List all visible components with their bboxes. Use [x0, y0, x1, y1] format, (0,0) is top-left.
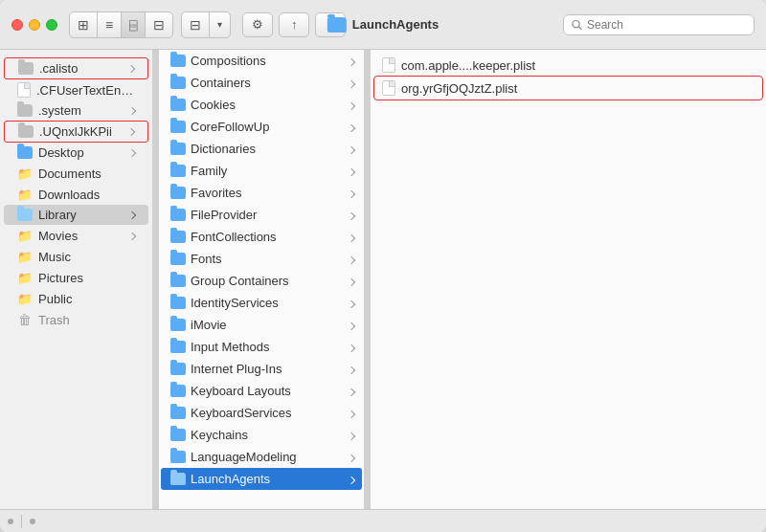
svg-line-1 — [579, 27, 581, 29]
sidebar-label-movies: Movies — [38, 229, 124, 243]
col-item-groupcontainers[interactable]: Group Containers — [161, 270, 362, 292]
sidebar-label-documents: Documents — [38, 166, 135, 181]
col-item-cookies[interactable]: Cookies — [161, 94, 362, 116]
window-title-area: LaunchAgents — [327, 17, 439, 33]
col-label-corefollowup: CoreFollowUp — [191, 120, 344, 134]
corefollowup-arrow — [349, 120, 354, 134]
fileprovider-icon — [170, 209, 186, 221]
uqnx-arrow — [128, 126, 134, 137]
traffic-lights — [11, 19, 57, 31]
title-folder-icon — [327, 17, 347, 33]
view-group-button[interactable]: ⊟ — [182, 12, 210, 37]
sidebar-label-trash: Trash — [38, 313, 135, 327]
internetplugins-arrow — [349, 362, 354, 376]
sidebar-item-public[interactable]: 📁 Public — [4, 288, 148, 309]
col-item-corefollowup[interactable]: CoreFollowUp — [161, 116, 362, 138]
col-label-fontcollections: FontCollections — [191, 230, 344, 244]
sidebar-item-movies[interactable]: 📁 Movies — [4, 225, 148, 246]
dictionaries-arrow — [349, 142, 354, 156]
cover-view-button[interactable]: ⊟ — [146, 12, 172, 37]
view-arrow-button[interactable]: ▾ — [210, 12, 230, 37]
list-view-button[interactable]: ≡ — [98, 12, 122, 37]
col-label-keychains: Keychains — [191, 428, 344, 442]
file-item-yrg[interactable]: org.yrGfjOQJztZ.plist — [374, 77, 762, 100]
yrg-file-icon — [382, 80, 395, 96]
col-item-fonts[interactable]: Fonts — [161, 248, 362, 270]
col-label-keyboardlayouts: Keyboard Layouts — [191, 384, 344, 398]
keyboardservices-arrow — [349, 406, 354, 420]
keeper-file-icon — [382, 57, 395, 73]
col-item-inputmethods[interactable]: Input Methods — [161, 336, 362, 358]
close-button[interactable] — [11, 19, 23, 31]
compositions-icon — [170, 55, 186, 67]
family-icon — [170, 165, 186, 177]
search-bar[interactable] — [563, 14, 755, 35]
cookies-icon — [170, 99, 186, 111]
keychains-icon — [170, 429, 186, 441]
sidebar-item-cfuser[interactable]: .CFUserTextEncoding — [4, 79, 148, 100]
sidebar-item-desktop[interactable]: Desktop — [4, 143, 148, 163]
col-item-fileprovider[interactable]: FileProvider — [161, 204, 362, 226]
col-item-fontcollections[interactable]: FontCollections — [161, 226, 362, 248]
col-item-keychains[interactable]: Keychains — [161, 424, 362, 446]
sidebar-item-pictures[interactable]: 📁 Pictures — [4, 267, 148, 288]
col-item-keyboardservices[interactable]: KeyboardServices — [161, 402, 362, 424]
favorites-arrow — [349, 186, 354, 200]
share-button[interactable]: ↑ — [279, 12, 309, 37]
calisto-folder-icon — [18, 62, 34, 75]
status-bar — [0, 509, 766, 532]
svg-point-0 — [573, 20, 579, 27]
col-item-keyboardlayouts[interactable]: Keyboard Layouts — [161, 380, 362, 402]
imovie-arrow — [349, 318, 354, 332]
title-bar: ⊞ ≡ ⌸ ⊟ ⊟ ▾ ⚙ ↑ ○ LaunchAgents — [0, 0, 766, 50]
uqnx-folder-icon — [18, 125, 34, 138]
col-item-favorites[interactable]: Favorites — [161, 182, 362, 204]
col-item-internetplugins[interactable]: Internet Plug-Ins — [161, 358, 362, 380]
sidebar-item-calisto[interactable]: .calisto — [4, 57, 148, 79]
fontcollections-arrow — [349, 230, 354, 244]
col-item-launchagents[interactable]: LaunchAgents — [161, 468, 362, 490]
icon-view-button[interactable]: ⊞ — [70, 12, 98, 37]
keychains-arrow — [349, 428, 354, 442]
search-input[interactable] — [587, 18, 746, 32]
column-view-button[interactable]: ⌸ — [122, 12, 146, 37]
file-item-keeper[interactable]: com.apple....keeper.plist — [374, 54, 762, 77]
keyboardservices-icon — [170, 407, 186, 419]
sidebar-item-downloads[interactable]: 📁 Downloads — [4, 184, 148, 205]
sidebar-label-downloads: Downloads — [38, 188, 135, 202]
internetplugins-icon — [170, 363, 186, 375]
col-label-groupcontainers: Group Containers — [191, 274, 344, 288]
launchagents-arrow — [349, 472, 354, 486]
sidebar: .calisto .CFUserTextEncoding .system .UQ… — [0, 50, 153, 509]
sidebar-label-music: Music — [38, 250, 135, 264]
col-item-family[interactable]: Family — [161, 160, 362, 182]
sidebar-label-library: Library — [38, 208, 124, 222]
col-label-keyboardservices: KeyboardServices — [191, 406, 344, 420]
sidebar-item-music[interactable]: 📁 Music — [4, 246, 148, 267]
groupcontainers-arrow — [349, 274, 354, 288]
col-item-dictionaries[interactable]: Dictionaries — [161, 138, 362, 160]
sidebar-label-public: Public — [38, 292, 135, 306]
sidebar-item-system[interactable]: .system — [4, 100, 148, 121]
sidebar-item-documents[interactable]: 📁 Documents — [4, 163, 148, 184]
containers-icon — [170, 77, 186, 89]
col-item-languagemodeling[interactable]: LanguageModeling — [161, 446, 362, 468]
identityservices-arrow — [349, 296, 354, 310]
col-item-containers[interactable]: Containers — [161, 72, 362, 94]
sidebar-item-uqnx[interactable]: .UQnxlJkKPii — [4, 121, 148, 143]
favorites-icon — [170, 187, 186, 199]
status-divider — [21, 515, 22, 528]
sidebar-item-trash[interactable]: 🗑 Trash — [4, 309, 148, 330]
sidebar-item-library[interactable]: Library — [4, 205, 148, 225]
col-label-imovie: iMovie — [191, 318, 344, 332]
fileprovider-arrow — [349, 208, 354, 222]
action-button[interactable]: ⚙ — [242, 12, 273, 37]
col-item-identityservices[interactable]: IdentityServices — [161, 292, 362, 314]
dictionaries-icon — [170, 143, 186, 155]
minimize-button[interactable] — [29, 19, 40, 31]
col-label-inputmethods: Input Methods — [191, 340, 344, 354]
col-item-imovie[interactable]: iMovie — [161, 314, 362, 336]
fullscreen-button[interactable] — [46, 19, 57, 31]
status-left-indicator — [8, 519, 13, 524]
col-item-compositions[interactable]: Compositions — [161, 50, 362, 72]
